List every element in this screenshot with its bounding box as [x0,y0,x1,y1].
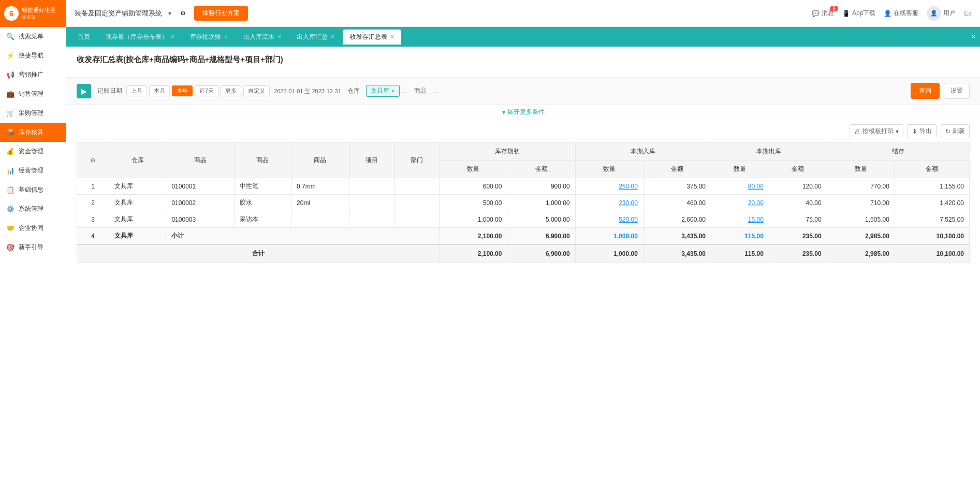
app-download-button[interactable]: 📱 App下载 [842,9,875,18]
message-badge: 6 [830,6,838,11]
tab-close-inventory-dist[interactable]: × [171,33,174,40]
row-goods-name: 中性笔 [234,178,291,195]
date-btn-more[interactable]: 更多 [221,85,241,96]
top-bar-right: 💬 消息 6 📱 App下载 👤 在线客服 👤 用户 [812,6,972,21]
subtotal-label: 小计 [166,228,440,245]
footer-balance-qty: 2,985.00 [827,244,895,263]
row-num: 2 [77,195,109,211]
date-btn-last-month[interactable]: 上月 [126,85,147,96]
col-goods-code-header: 商品 [166,143,234,178]
row-warehouse: 文具库 [109,211,166,228]
col-out-group-header: 本期出库 [711,143,827,161]
sidebar-item-system[interactable]: ⚙️系统管理 [0,199,66,219]
tab-stock-summary[interactable]: 出入库汇总× [289,30,342,45]
tab-home[interactable]: 首页 [70,30,97,45]
export-label: 导出 [919,127,932,136]
row-out-qty[interactable]: 80.00 [711,178,769,195]
purchase-icon: 🛒 [6,109,14,118]
main-content: 装备及固定资产辅助管理系统 ▾ ⚙ 体验行业方案 💬 消息 6 📱 App下载 [66,0,980,478]
row-out-qty[interactable]: 15.00 [711,211,769,228]
sidebar-item-purchase[interactable]: 🛒采购管理 [0,104,66,123]
sidebar-item-marketing[interactable]: 📢营销推广 [0,65,66,84]
subtotal-in-qty[interactable]: 1,000.00 [575,228,643,245]
try-button[interactable]: 体验行业方案 [194,6,248,21]
expand-more-button[interactable]: ▾ 展开更多条件 [502,108,545,117]
col-settings[interactable]: ⚙ [77,143,109,178]
col-goods-spec-header: 商品 [291,143,349,178]
date-filter-label: 记账日期 [97,86,122,95]
sidebar-item-search[interactable]: 🔍搜索菜单 [0,27,66,46]
user-menu-text[interactable]: Ea [964,10,972,17]
sidebar-item-inventory[interactable]: 📦库存核算 [0,123,66,142]
sidebar-item-basic-info[interactable]: 📋基础信息 [0,180,66,199]
app-logo: 6 [4,6,19,21]
row-in-qty[interactable]: 250.00 [575,178,643,195]
sidebar-item-finance[interactable]: 💰资金管理 [0,142,66,161]
sidebar-item-label: 营销推广 [19,70,43,79]
finance-icon: 💰 [6,148,14,156]
export-icon: ⬇ [912,128,917,135]
query-button[interactable]: 查询 [911,83,940,99]
tab-close-batch-account[interactable]: × [224,33,228,40]
filter-expand-button[interactable]: ▶ [77,84,91,98]
warehouse-more-button[interactable]: ... [403,88,408,95]
col-in-qty-header: 数量 [575,161,643,178]
warehouse-tag[interactable]: 文具库 × [366,85,400,97]
system-selector[interactable]: ▾ [168,10,171,17]
date-btn-this-month[interactable]: 本月 [149,85,170,96]
sidebar-item-operations[interactable]: 📊经营管理 [0,161,66,180]
row-department [394,178,440,195]
footer-balance-amt: 10,100.00 [895,244,969,263]
tab-batch-account[interactable]: 库存批次账× [183,30,235,45]
date-btn-this-year[interactable]: 本年 [172,85,193,96]
footer-opening-qty: 2,100.00 [440,244,507,263]
sidebar-item-sales[interactable]: 💼销售管理 [0,84,66,104]
sidebar: 6 畅捷通好生意 标准版 🔍搜索菜单⚡快捷导航📢营销推广💼销售管理🛒采购管理📦库… [0,0,66,478]
row-in-qty[interactable]: 520.00 [575,211,643,228]
tab-stock-flow[interactable]: 出入库流水× [236,30,288,45]
newbie-icon: 🎯 [6,243,14,252]
row-project [349,211,394,228]
col-balance-group-header: 结存 [827,143,969,161]
enterprise-icon: 🤝 [6,224,14,233]
settings-icon[interactable]: ⚙ [178,8,188,19]
tab-recv-send-summary[interactable]: 收发存汇总表× [343,30,401,45]
col-project-header: 项目 [349,143,394,178]
warehouse-tag-close[interactable]: × [391,88,395,95]
tab-close-recv-send-summary[interactable]: × [390,33,394,40]
top-bar: 装备及固定资产辅助管理系统 ▾ ⚙ 体验行业方案 💬 消息 6 📱 App下载 [66,0,980,27]
subtotal-balance-amt: 10,100.00 [895,228,969,245]
sidebar-item-label: 采购管理 [19,109,43,118]
print-label: 按模板打印 [862,127,894,136]
footer-out-qty: 115.00 [711,244,769,263]
goods-more-button[interactable]: ... [433,88,438,95]
online-service-button[interactable]: 👤 在线客服 [884,9,918,18]
row-in-qty[interactable]: 230.00 [575,195,643,211]
tab-close-stock-summary[interactable]: × [331,33,334,40]
filter-settings-button[interactable]: 设置 [944,83,970,99]
warehouse-tag-label: 文具库 [371,86,389,95]
row-goods-spec: 0.7mm [291,178,349,195]
row-goods-code: 0100003 [166,211,234,228]
row-out-qty[interactable]: 20.00 [711,195,769,211]
row-balance-qty: 710.00 [827,195,895,211]
subtotal-in-amt: 3,435.00 [643,228,711,245]
tab-bar-close-button[interactable]: × [971,32,976,41]
basic-info-icon: 📋 [6,186,14,194]
tab-inventory-dist[interactable]: 现存量（库存分布表）× [98,30,182,45]
user-button[interactable]: 👤 用户 [927,6,956,21]
export-button[interactable]: ⬇ 导出 [908,124,937,138]
operations-icon: 📊 [6,167,14,175]
date-btn-custom[interactable]: 自定义 [243,85,270,96]
sidebar-item-label: 销售管理 [19,90,43,98]
subtotal-out-qty[interactable]: 115.00 [711,228,769,245]
date-btn-7days[interactable]: 近7天 [195,85,218,96]
print-button[interactable]: 🖨 按模板打印 ▾ [850,124,903,138]
refresh-button[interactable]: ↻ 刷新 [941,124,970,138]
message-button[interactable]: 💬 消息 6 [812,9,834,18]
sidebar-item-newbie[interactable]: 🎯新手引导 [0,238,66,257]
sidebar-item-enterprise[interactable]: 🤝企业协同 [0,219,66,238]
tab-close-stock-flow[interactable]: × [277,33,281,40]
top-bar-left: 装备及固定资产辅助管理系统 ▾ ⚙ 体验行业方案 [75,6,248,21]
sidebar-item-quick-nav[interactable]: ⚡快捷导航 [0,46,66,65]
